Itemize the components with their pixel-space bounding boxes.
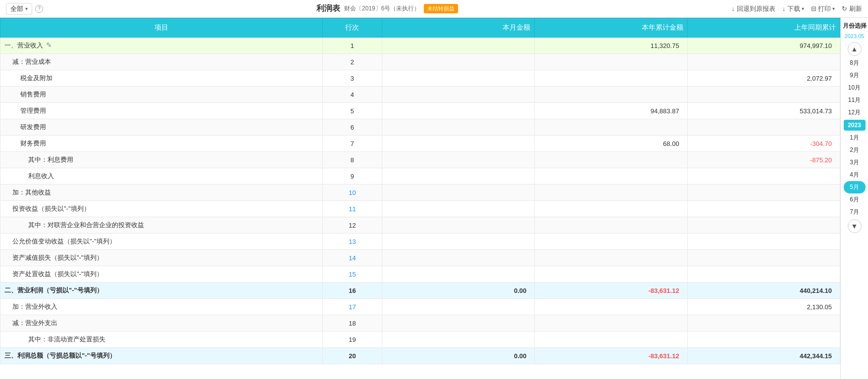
cell-project: 研发费用: [0, 119, 323, 136]
sidebar-month-item[interactable]: 4月: [844, 169, 866, 181]
nav-down-arrow[interactable]: ▼: [848, 219, 862, 233]
cell-month: [382, 168, 534, 185]
btn-print[interactable]: ⊟ 打印 ▾: [811, 4, 835, 13]
cell-rownum: 7: [323, 136, 382, 152]
table-row: 其中：利息费用8-875.20: [0, 152, 840, 168]
col-header-year: 本年累计金额: [535, 18, 687, 38]
cell-rownum: 2: [323, 54, 382, 70]
cell-lastyear: [687, 201, 840, 217]
sidebar-month-item[interactable]: 7月: [844, 206, 866, 218]
cell-year: [535, 332, 687, 348]
cell-year: [535, 201, 687, 217]
cell-rownum: 6: [323, 119, 382, 136]
col-header-project: 项目: [0, 18, 323, 38]
cell-rownum: 19: [323, 332, 382, 348]
btn-back[interactable]: ↓ 回退到原报表: [732, 4, 775, 13]
cell-lastyear: 442,344.15: [687, 348, 840, 364]
btn-download[interactable]: ↓ 下载 ▾: [782, 4, 804, 13]
cell-rownum: 5: [323, 103, 382, 119]
cell-project: 公允价值变动收益（损失以"-"填列）: [0, 234, 323, 250]
cell-rownum: 12: [323, 217, 382, 234]
sidebar-month-item[interactable]: 10月: [844, 82, 866, 94]
report-title: 利润表: [316, 3, 340, 14]
cell-rownum: 10: [323, 185, 382, 201]
print-arrow: ▾: [832, 6, 835, 11]
cell-lastyear: [687, 234, 840, 250]
cell-rownum: 3: [323, 70, 382, 87]
region-label: 全部: [10, 4, 23, 13]
sidebar-month-item[interactable]: 11月: [844, 94, 866, 106]
cell-year: [535, 185, 687, 201]
cell-rownum: 18: [323, 315, 382, 332]
cell-year: -83,631.12: [535, 348, 687, 364]
cell-lastyear: [687, 185, 840, 201]
nav-up-arrow[interactable]: ▲: [848, 42, 862, 56]
cell-rownum: 13: [323, 234, 382, 250]
cell-month: [382, 185, 534, 201]
cell-project: 加：其他收益: [0, 185, 323, 201]
cell-rownum: 9: [323, 168, 382, 185]
cell-year: [535, 87, 687, 103]
cell-month: [382, 152, 534, 168]
table-row: 其中：非流动资产处置损失19: [0, 332, 840, 348]
cell-project: 利息收入: [0, 168, 323, 185]
cell-project: 税金及附加: [0, 70, 323, 87]
cell-project: 三、利润总额（亏损总额以"-"号填列）: [0, 348, 323, 364]
cell-lastyear: -304.70: [687, 136, 840, 152]
unexecuted-badge: 未结转损益: [424, 4, 458, 13]
cell-month: [382, 266, 534, 283]
cell-month: [382, 250, 534, 266]
cell-rownum: 15: [323, 266, 382, 283]
cell-project: 投资收益（损失以"-"填列）: [0, 201, 323, 217]
cell-year: [535, 234, 687, 250]
cell-project: 管理费用: [0, 103, 323, 119]
cell-rownum: 16: [323, 283, 382, 299]
cell-month: [382, 87, 534, 103]
main-layout: 项目 行次 本月金额 本年累计金额 上年同期累计 一、营业收入✎111,320.…: [0, 18, 868, 379]
cell-project: 加：营业外收入: [0, 299, 323, 315]
cell-year: [535, 315, 687, 332]
cell-year: 11,320.75: [535, 38, 687, 54]
cell-year: [535, 299, 687, 315]
sidebar-month-item[interactable]: 12月: [844, 106, 866, 119]
col-header-rownum: 行次: [323, 18, 382, 38]
table-row: 加：营业外收入172,130.05: [0, 299, 840, 315]
btn-refresh[interactable]: ↻ 刷新: [842, 4, 862, 13]
help-icon[interactable]: ?: [35, 5, 43, 13]
sidebar-month-item[interactable]: 9月: [844, 69, 866, 82]
cell-month: [382, 54, 534, 70]
table-header-row: 项目 行次 本月金额 本年累计金额 上年同期累计: [0, 18, 840, 38]
sidebar-year-label: 2023: [844, 120, 866, 131]
sidebar-month-item[interactable]: 5月: [844, 181, 866, 193]
cell-month: [382, 234, 534, 250]
sidebar-label: 月份选择: [842, 20, 868, 32]
cell-month: [382, 217, 534, 234]
table-row: 加：其他收益10: [0, 185, 840, 201]
cell-year: 94,883.87: [535, 103, 687, 119]
edit-icon[interactable]: ✎: [46, 41, 52, 49]
right-sidebar: 月份选择 2023.05 ▲ 8月9月10月11月12月20231月2月3月4月…: [840, 18, 868, 379]
cell-rownum: 14: [323, 250, 382, 266]
sidebar-month-item[interactable]: 3月: [844, 156, 866, 169]
cell-month: [382, 201, 534, 217]
region-selector[interactable]: 全部 ▾: [6, 3, 32, 15]
table-row: 管理费用594,883.87533,014.73: [0, 103, 840, 119]
table-row: 其中：对联营企业和合营企业的投资收益12: [0, 217, 840, 234]
cell-lastyear: [687, 168, 840, 185]
cell-year: [535, 119, 687, 136]
region-dropdown-arrow: ▾: [25, 6, 28, 11]
cell-rownum: 17: [323, 299, 382, 315]
cell-year: 68.00: [535, 136, 687, 152]
sidebar-month-item[interactable]: 6月: [844, 193, 866, 206]
profit-table: 项目 行次 本月金额 本年累计金额 上年同期累计 一、营业收入✎111,320.…: [0, 18, 840, 364]
cell-year: [535, 250, 687, 266]
cell-month: [382, 136, 534, 152]
sidebar-month-item[interactable]: 8月: [844, 57, 866, 69]
sidebar-month-item[interactable]: 2月: [844, 144, 866, 156]
cell-lastyear: [687, 332, 840, 348]
cell-lastyear: 2,130.05: [687, 299, 840, 315]
sidebar-month-item[interactable]: 1月: [844, 132, 866, 144]
cell-project: 销售费用: [0, 87, 323, 103]
cell-month: [382, 119, 534, 136]
cell-lastyear: [687, 266, 840, 283]
